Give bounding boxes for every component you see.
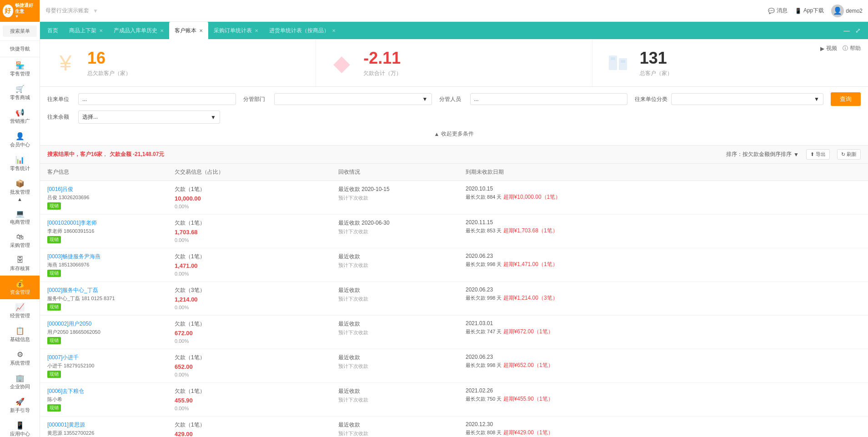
tab-purchase-order[interactable]: 采购订单统计表 ✕ (208, 22, 264, 39)
tabs-minimize-button[interactable]: — (842, 26, 852, 35)
customer-phone: 李老师 18600391516 (47, 228, 160, 235)
customer-name-link[interactable]: [000001]黄思源 (47, 421, 160, 429)
stat-text-amount: -2.11 欠款合计（万） (363, 49, 401, 77)
overdue-days: 最长欠款 853 天 超期¥1,703.68（1笔） (466, 227, 861, 235)
tabs-maximize-button[interactable]: ⤢ (853, 26, 863, 35)
overdue-amount-link[interactable]: 超期¥652.00（1笔） (503, 362, 553, 368)
sidebar-search-area[interactable]: 搜索菜单 (0, 22, 40, 41)
overdue-amount-link[interactable]: 超期¥455.90（1笔） (503, 396, 553, 402)
tab-close-icon[interactable]: ✕ (160, 28, 164, 33)
stat-label-debt-amount: 欠款合计（万） (363, 70, 401, 77)
tab-customer-account[interactable]: 客户账本 ✕ (169, 22, 208, 39)
sidebar-item-app-center[interactable]: 📱 应用中心 (0, 417, 40, 437)
tab-close-icon[interactable]: ✕ (199, 28, 203, 33)
overdue-amount-link[interactable]: 超期¥1,471.00（1笔） (503, 261, 558, 267)
refresh-button[interactable]: ↻ 刷新 (837, 149, 861, 160)
customer-phone: 陈小希 (47, 396, 160, 403)
sidebar-item-inventory[interactable]: 🗄 库存核算 (0, 252, 40, 276)
sidebar-item-system[interactable]: ⚙ 系统管理 (0, 347, 40, 370)
cell-recovery: 最近收款 预计下次收款 (331, 282, 458, 316)
export-icon: ⬆ (810, 151, 814, 157)
overdue-amount-link[interactable]: 超期¥429.00（1笔） (503, 429, 553, 436)
sidebar-item-finance[interactable]: 💰 资金管理 (0, 276, 40, 299)
app-download-button[interactable]: 📱 App下载 (795, 7, 824, 15)
sidebar-item-operations[interactable]: 📈 经营管理 (0, 299, 40, 323)
department-select[interactable]: ▼ (274, 93, 432, 105)
sidebar-item-ecommerce[interactable]: 💻 电商管理 (0, 206, 40, 229)
search-menu-button[interactable]: 搜索菜单 (3, 25, 37, 37)
help-btn[interactable]: ⓘ 帮助 (843, 45, 861, 52)
cell-debt-info: 欠款（1笔） 10,000.00 0.00% (167, 181, 331, 215)
export-button[interactable]: ⬆ 导出 (806, 149, 830, 160)
table-body: [0016]吕俊 吕俊 13026203696 现销 欠款（1笔） 10,000… (40, 181, 868, 437)
tab-close-icon[interactable]: ✕ (255, 28, 258, 33)
tab-close-icon[interactable]: ✕ (99, 28, 103, 33)
sidebar-item-guide[interactable]: 🚀 新手引导 (0, 394, 40, 417)
recovery-date: 最近收款 (338, 387, 451, 395)
customer-name-link[interactable]: [0016]吕俊 (47, 186, 160, 193)
sidebar-item-retail-store[interactable]: 🛒 零售商城 (0, 81, 40, 105)
filter-department: 分管部门 ▼ (243, 93, 432, 105)
sidebar-item-enterprise[interactable]: 🏢 企业协同 (0, 370, 40, 394)
sidebar-item-retail-stats[interactable]: 📊 零售统计 (0, 152, 40, 176)
overdue-amount-link[interactable]: 超期¥672.00（1笔） (503, 328, 553, 335)
customer-name-link[interactable]: [000002]用户2050 (47, 320, 160, 328)
sidebar-item-marketing[interactable]: 📢 营销推广 (0, 105, 40, 128)
department-label: 分管部门 (243, 95, 271, 103)
source-unit-input[interactable]: ... (78, 93, 236, 105)
customer-phone: 服务中心_丁磊 181 0125 8371 (47, 295, 160, 302)
customer-name-link[interactable]: [0001020001]李老师 (47, 219, 160, 227)
member-icon: 👤 (15, 132, 25, 141)
tab-inventory-stats[interactable]: 进货单统计表（按商品） ✕ (264, 22, 341, 39)
sidebar-item-batch-mgmt[interactable]: 📦 批发管理 ▲ (0, 176, 40, 206)
customer-name-link[interactable]: [0007]小进千 (47, 354, 160, 362)
debt-amount[interactable]: 672.00 (175, 330, 324, 337)
cell-debt-info: 欠款（1笔） 455.90 0.00% (167, 383, 331, 417)
manager-label: 分管人员 (439, 95, 467, 103)
sort-control[interactable]: 排序：按欠款金额倒序排序 ▼ (726, 151, 799, 158)
enterprise-icon: 🏢 (15, 374, 25, 382)
customer-name-link[interactable]: [0002]服务中心_丁磊 (47, 286, 160, 294)
collapse-button[interactable]: ▲ 收起更多条件 (47, 128, 861, 140)
debt-amount[interactable]: 455.90 (175, 397, 324, 404)
sidebar-item-purchase[interactable]: 🛍 采购管理 (0, 229, 40, 252)
unit-category-select[interactable]: ▼ (671, 93, 823, 105)
manager-input[interactable]: ... (470, 93, 628, 105)
stat-value-total: 131 (640, 49, 672, 68)
overdue-amount-link[interactable]: 超期¥1,214.00（3笔） (503, 295, 558, 301)
balance-select[interactable]: 选择... ▼ (78, 111, 220, 124)
quick-nav[interactable]: 快捷导航 (3, 44, 37, 54)
debt-amount[interactable]: 10,000.00 (175, 195, 324, 202)
due-date: 2021.03.01 (466, 320, 861, 326)
stat-value-debt-amount: -2.11 (363, 49, 401, 68)
message-button[interactable]: 💬 消息 (768, 7, 788, 15)
tab-product-offline[interactable]: 商品上下架 ✕ (64, 22, 108, 39)
debt-amount[interactable]: 1,703.68 (175, 229, 324, 236)
user-avatar-area[interactable]: 👤 demo2 (831, 5, 863, 17)
tab-close-icon[interactable]: ✕ (332, 28, 336, 33)
table-row: [0003]畅捷服务尹海燕 海燕 18513066976 现销 欠款（1笔） 1… (40, 248, 868, 282)
cell-due-date: 2020.10.15 最长欠款 884 天 超期¥10,000.00（1笔） (458, 181, 868, 215)
debt-amount[interactable]: 429.00 (175, 431, 324, 437)
customer-name-link[interactable]: [0003]畅捷服务尹海燕 (47, 253, 160, 261)
main-content: 母婴行业演示账套 ▼ 💬 消息 📱 App下载 👤 demo2 首页 (40, 0, 868, 437)
stat-text-debt: 16 总欠款客户（家） (87, 49, 131, 77)
unit-category-label: 往来单位分类 (635, 95, 667, 103)
overdue-amount-link[interactable]: 超期¥1,703.68（1笔） (503, 227, 558, 234)
search-button[interactable]: 查询 (831, 92, 861, 106)
dropdown-arrow-icon: ▼ (93, 8, 98, 14)
tab-home[interactable]: 首页 (42, 22, 64, 39)
debt-amount[interactable]: 1,214.00 (175, 296, 324, 303)
cell-recovery: 最近收款 预计下次收款 (331, 248, 458, 282)
debt-amount[interactable]: 652.00 (175, 363, 324, 370)
tab-product-history[interactable]: 产成品入库单历史 ✕ (108, 22, 169, 39)
customer-name-link[interactable]: [0006]去下粮仓 (47, 387, 160, 395)
sidebar-item-member[interactable]: 👤 会员中心 (0, 128, 40, 152)
debt-amount[interactable]: 1,471.00 (175, 262, 324, 269)
sidebar-item-retail-mgmt[interactable]: 🏪 零售管理 (0, 57, 40, 81)
balance-arrow-icon: ▼ (211, 114, 216, 121)
video-btn[interactable]: ▶ 视频 (820, 45, 837, 52)
overdue-amount-link[interactable]: 超期¥10,000.00（1笔） (503, 194, 561, 200)
sidebar-item-basic-info[interactable]: 📋 基础信息 (0, 323, 40, 347)
purchase-icon: 🛍 (16, 233, 24, 241)
